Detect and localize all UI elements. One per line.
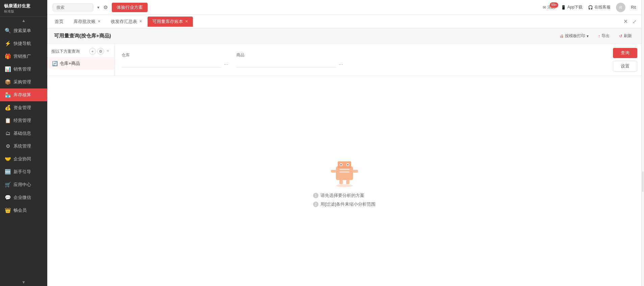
topbar-dropdown-button[interactable]: ▾ xyxy=(97,5,99,10)
message-button[interactable]: ✉ 消息 99+ xyxy=(543,4,556,10)
query-button[interactable]: 查询 xyxy=(613,48,637,58)
member-icon: 👑 xyxy=(5,207,11,213)
refresh-icon: ↺ xyxy=(619,34,622,38)
sidebar-item-wechat[interactable]: 💬 企业微信 xyxy=(0,191,47,204)
svg-rect-7 xyxy=(339,172,350,173)
main-area: ▾ ⚙ 体验行业方案 ✉ 消息 99+ 📱 App下载 🎧 在线客服 R Rit xyxy=(47,0,641,286)
print-button[interactable]: 🖨 按模板打印 ▾ xyxy=(557,32,591,40)
tab-batch-account[interactable]: 库存批次账 ✕ xyxy=(69,17,105,27)
topbar-right: ✉ 消息 99+ 📱 App下载 🎧 在线客服 R Rit xyxy=(543,3,636,12)
sidebar-scroll-up[interactable]: ▲ xyxy=(0,17,47,24)
tabbar-close-button[interactable]: ✕ xyxy=(621,18,630,25)
sidebar-item-system[interactable]: ⚙ 系统管理 xyxy=(0,140,47,153)
sidebar-label-enterprise: 企业协同 xyxy=(14,156,31,162)
sidebar-item-operation[interactable]: 📋 经营管理 xyxy=(0,114,47,127)
sidebar-item-basic[interactable]: 🗂 基础信息 xyxy=(0,127,47,140)
content-area: 可用量查询(按仓库+商品) 🖨 按模板打印 ▾ ↑ 导出 ↺ 刷新 xyxy=(47,28,641,286)
query-main: 仓库 ··· 商品 ··· xyxy=(115,44,613,76)
sidebar-item-quick-nav[interactable]: ⚡ 快捷导航 xyxy=(0,37,47,50)
export-icon: ↑ xyxy=(598,34,600,38)
tab-available-ledger-label: 可用量库存账本 xyxy=(152,19,183,25)
warehouse-input[interactable] xyxy=(122,59,221,68)
query-collapse-button[interactable]: « xyxy=(105,48,110,55)
sidebar-item-member[interactable]: 👑 畅会员 xyxy=(0,204,47,217)
query-sidebar-title: 按以下方案查询 xyxy=(51,49,80,54)
product-dots-button[interactable]: ··· xyxy=(337,61,344,68)
sidebar-item-guide[interactable]: 🆕 新手引导 xyxy=(0,165,47,178)
refresh-button[interactable]: ↺ 刷新 xyxy=(616,32,635,40)
svg-rect-6 xyxy=(339,169,350,170)
page-actions: 🖨 按模板打印 ▾ ↑ 导出 ↺ 刷新 xyxy=(557,32,635,40)
tabbar-expand-button[interactable]: ⤢ xyxy=(630,18,639,25)
basic-icon: 🗂 xyxy=(5,130,11,136)
enterprise-icon: 🤝 xyxy=(5,156,11,162)
sidebar-label-system: 系统管理 xyxy=(14,143,31,149)
svg-point-4 xyxy=(340,164,342,165)
tab-available-ledger[interactable]: 可用量库存账本 ✕ xyxy=(148,17,193,27)
sidebar-label-wechat: 企业微信 xyxy=(14,194,31,201)
avatar[interactable]: R xyxy=(616,3,625,12)
logo-title: 畅康通好生意 xyxy=(4,3,43,9)
empty-tip-2: 2 用[过滤]条件来缩小分析范围 xyxy=(313,201,376,207)
search-input[interactable] xyxy=(53,3,93,11)
query-settings-icon-button[interactable]: ⚙ xyxy=(97,48,104,55)
page-header: 可用量查询(按仓库+商品) 🖨 按模板打印 ▾ ↑ 导出 ↺ 刷新 xyxy=(47,28,641,44)
tab-stock-summary[interactable]: 收发存汇总表 ✕ xyxy=(106,17,147,27)
empty-state: 1 请先选择要分析的方案 2 用[过滤]条件来缩小分析范围 xyxy=(47,76,641,286)
sidebar-label-marketing: 营销推广 xyxy=(14,53,31,59)
sidebar-item-enterprise[interactable]: 🤝 企业协同 xyxy=(0,153,47,165)
sidebar-item-finance[interactable]: 💰 资金管理 xyxy=(0,101,47,114)
trial-button[interactable]: 体验行业方案 xyxy=(112,3,148,12)
sidebar-label-inventory: 库存核算 xyxy=(14,92,31,98)
sidebar-item-appstore[interactable]: 🛒 应用中心 xyxy=(0,178,47,191)
warehouse-dots-button[interactable]: ··· xyxy=(223,61,230,68)
scheme-icon: 🔄 xyxy=(52,61,58,66)
add-icon: + xyxy=(92,49,94,53)
sidebar-item-search[interactable]: 🔍 搜索菜单 xyxy=(0,24,47,37)
appstore-icon: 🛒 xyxy=(5,182,11,188)
sidebar-logo: 畅康通好生意 标准版 xyxy=(0,0,47,17)
quick-nav-icon: ⚡ xyxy=(5,41,11,47)
message-icon: ✉ xyxy=(543,5,546,10)
tab-available-ledger-close[interactable]: ✕ xyxy=(185,19,188,24)
sales-icon: 📊 xyxy=(5,66,11,72)
query-sidebar-actions: + ⚙ « xyxy=(89,48,110,55)
sidebar-item-inventory[interactable]: 🏪 库存核算 xyxy=(0,88,47,101)
sidebar-label-appstore: 应用中心 xyxy=(14,182,31,188)
inventory-icon: 🏪 xyxy=(5,92,11,98)
sidebar-label-search: 搜索菜单 xyxy=(14,28,31,34)
svg-point-12 xyxy=(336,184,353,187)
sidebar-item-marketing[interactable]: 🎁 营销推广 xyxy=(0,50,47,63)
product-input[interactable] xyxy=(236,59,336,68)
svg-point-5 xyxy=(347,164,349,165)
print-dropdown-icon: ▾ xyxy=(587,34,589,38)
svg-rect-10 xyxy=(339,180,343,184)
sidebar-item-sales[interactable]: 📊 销售管理 xyxy=(0,63,47,76)
online-service-label: 在线客服 xyxy=(594,4,611,10)
query-add-button[interactable]: + xyxy=(89,48,96,55)
warehouse-input-row: ··· xyxy=(122,59,230,68)
gear-icon[interactable]: ⚙ xyxy=(103,4,108,10)
svg-rect-9 xyxy=(353,170,358,173)
query-area: 按以下方案查询 + ⚙ « 🔄 仓库+商品 xyxy=(47,44,641,76)
tab-stock-summary-close[interactable]: ✕ xyxy=(139,19,142,24)
settings-button[interactable]: 设置 xyxy=(613,61,637,72)
product-input-row: ··· xyxy=(236,59,344,68)
app-download-button[interactable]: 📱 App下载 xyxy=(561,4,583,10)
wechat-icon: 💬 xyxy=(5,194,11,201)
right-scrollbar[interactable] xyxy=(641,0,644,286)
username[interactable]: Rit xyxy=(631,5,636,10)
logo-sub: 标准版 xyxy=(4,9,43,14)
query-scheme-item[interactable]: 🔄 仓库+商品 xyxy=(47,58,114,69)
scheme-label: 仓库+商品 xyxy=(60,60,80,67)
tab-batch-account-close[interactable]: ✕ xyxy=(98,19,101,24)
tab-stock-summary-label: 收发存汇总表 xyxy=(111,19,137,25)
sidebar-scroll-down[interactable]: ▼ xyxy=(0,279,47,286)
sidebar-label-finance: 资金管理 xyxy=(14,105,31,111)
online-service-button[interactable]: 🎧 在线客服 xyxy=(588,4,611,10)
product-label: 商品 xyxy=(236,52,344,58)
sidebar-item-purchase[interactable]: 📦 采购管理 xyxy=(0,76,47,88)
export-button[interactable]: ↑ 导出 xyxy=(595,32,612,40)
sidebar-label-purchase: 采购管理 xyxy=(14,79,31,85)
tab-home[interactable]: 首页 xyxy=(50,17,68,27)
